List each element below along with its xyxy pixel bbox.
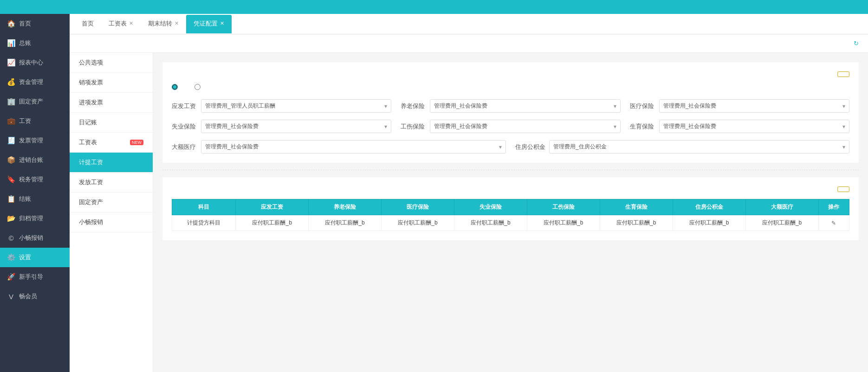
form-item: 应发工资 管理费用_管理人员职工薪酬 ▾ xyxy=(172,99,391,113)
sub-menu-item-salary-table[interactable]: 工资表NEW xyxy=(70,133,153,153)
sidebar-item-tax[interactable]: 🔖税务管理 xyxy=(0,170,70,189)
tab-close-salary-table[interactable]: ✕ xyxy=(129,20,133,26)
chevron-down-icon: ▾ xyxy=(384,103,387,109)
chevron-down-icon: ▾ xyxy=(384,123,387,130)
sidebar-label-invoice: 发票管理 xyxy=(19,136,43,145)
sidebar-item-xiao-report[interactable]: ©小畅报销 xyxy=(0,228,70,248)
debit-section-header xyxy=(172,71,849,77)
sidebar-icon-member: V xyxy=(7,293,15,301)
chevron-down-icon: ▾ xyxy=(614,123,616,130)
sub-menu-label-pay-salary: 发放工资 xyxy=(79,178,103,186)
section-divider xyxy=(162,170,859,170)
sub-menu-item-fixed-assets[interactable]: 固定资产 xyxy=(70,192,153,212)
tab-voucher-config[interactable]: 凭证配置✕ xyxy=(186,15,232,33)
sidebar-item-inventory[interactable]: 📦进销台账 xyxy=(0,150,70,170)
radio-basic[interactable] xyxy=(172,84,181,90)
sub-menu-item-pay-salary[interactable]: 发放工资 xyxy=(70,173,153,192)
sidebar-item-salary[interactable]: 💼工资 xyxy=(0,111,70,131)
form-item: 大额医疗 管理费用_社会保险费 ▾ xyxy=(172,140,506,154)
sidebar-item-invoice[interactable]: 🧾发票管理 xyxy=(0,131,70,150)
table-row: 计提贷方科目应付职工薪酬_b应付职工薪酬_b应付职工薪酬_b应付职工薪酬_b应付… xyxy=(172,215,849,231)
tab-close-voucher-config[interactable]: ✕ xyxy=(220,20,224,26)
sub-menu-label-salary-table: 工资表 xyxy=(79,138,97,147)
form-select-value: 管理费用_住房公积金 xyxy=(553,143,607,151)
sidebar-item-ledger[interactable]: 📊总账 xyxy=(0,33,70,53)
debit-section: 应发工资 管理费用_管理人员职工薪酬 ▾ 养老保险 管理费用_社会保险费 ▾ 医… xyxy=(162,62,859,163)
tab-label-salary-table: 工资表 xyxy=(109,19,127,28)
tab-close-period-close[interactable]: ✕ xyxy=(175,20,179,26)
tab-salary-table[interactable]: 工资表✕ xyxy=(101,15,141,33)
sidebar-icon-assets: 🏢 xyxy=(7,97,15,106)
sidebar-item-assets[interactable]: 🏢固定资产 xyxy=(0,92,70,111)
sidebar-item-close[interactable]: 📋结账 xyxy=(0,189,70,209)
form-select[interactable]: 管理费用_社会保险费 ▾ xyxy=(430,99,620,113)
sub-menu-item-xiao-expense[interactable]: 小畅报销 xyxy=(70,212,153,232)
credit-table: 科目应发工资养老保险医疗保险失业保险工伤保险生育保险住房公积金大额医疗操作 计提… xyxy=(172,199,849,231)
sidebar-item-settings[interactable]: ⚙️设置 xyxy=(0,248,70,267)
form-label: 生育保险 xyxy=(630,122,655,131)
tab-label-home: 首页 xyxy=(82,19,94,28)
form-label: 应发工资 xyxy=(172,102,197,110)
form-select-value: 管理费用_社会保险费 xyxy=(205,143,259,151)
sidebar-item-guide[interactable]: 🚀新手引导 xyxy=(0,267,70,287)
table-header: 工伤保险 xyxy=(527,199,600,215)
credit-section-header xyxy=(172,186,849,192)
form-select[interactable]: 管理费用_住房公积金 ▾ xyxy=(549,140,849,154)
main-content: 应发工资 管理费用_管理人员职工薪酬 ▾ 养老保险 管理费用_社会保险费 ▾ 医… xyxy=(153,53,868,372)
table-header: 操作 xyxy=(818,199,849,215)
sub-menu-item-journal[interactable]: 日记账 xyxy=(70,113,153,133)
credit-section: 科目应发工资养老保险医疗保险失业保险工伤保险生育保险住房公积金大额医疗操作 计提… xyxy=(162,177,859,240)
sub-menu-label-xiao-expense: 小畅报销 xyxy=(79,218,103,226)
form-select-value: 管理费用_管理人员职工薪酬 xyxy=(205,102,275,110)
table-cell: 应付职工薪酬_b xyxy=(673,215,745,231)
sub-menu-label-journal: 日记账 xyxy=(79,118,97,127)
form-label: 医疗保险 xyxy=(630,102,655,110)
sidebar-label-tax: 税务管理 xyxy=(19,175,43,184)
table-cell: 应付职工薪酬_b xyxy=(236,215,309,231)
sidebar-item-funds[interactable]: 💰资金管理 xyxy=(0,72,70,92)
new-badge: NEW xyxy=(130,140,143,145)
sub-menu-item-public[interactable]: 公共选项 xyxy=(70,53,153,73)
sub-menu-item-credit-invoice[interactable]: 销项发票 xyxy=(70,73,153,93)
debit-auto-match-button[interactable] xyxy=(837,71,849,77)
tab-home[interactable]: 首页 xyxy=(74,15,101,33)
form-select-value: 管理费用_社会保险费 xyxy=(663,102,717,110)
sidebar: 🏠首页📊总账📈报表中心💰资金管理🏢固定资产💼工资🧾发票管理📦进销台账🔖税务管理📋… xyxy=(0,14,70,372)
tab-label-period-close: 期末结转 xyxy=(148,19,172,28)
sidebar-item-home[interactable]: 🏠首页 xyxy=(0,14,70,33)
sub-menu-item-calc-salary[interactable]: 计提工资 xyxy=(70,153,153,173)
sidebar-icon-invoice: 🧾 xyxy=(7,136,15,145)
table-header: 大额医疗 xyxy=(745,199,818,215)
table-header: 科目 xyxy=(172,199,236,215)
sidebar-item-archive[interactable]: 📂归档管理 xyxy=(0,209,70,228)
radio-dept[interactable] xyxy=(194,84,203,90)
sub-menu-label-debit-invoice: 进项发票 xyxy=(79,98,103,107)
sidebar-icon-settings: ⚙️ xyxy=(7,253,15,262)
tab-period-close[interactable]: 期末结转✕ xyxy=(141,15,186,33)
edit-icon[interactable]: ✎ xyxy=(831,220,836,226)
sidebar-label-home: 首页 xyxy=(19,19,31,28)
form-select[interactable]: 管理费用_社会保险费 ▾ xyxy=(659,99,849,113)
refresh-button[interactable]: ↻ xyxy=(854,40,859,47)
sidebar-item-reports[interactable]: 📈报表中心 xyxy=(0,53,70,72)
chevron-down-icon: ▾ xyxy=(842,123,845,130)
sub-menu-label-fixed-assets: 固定资产 xyxy=(79,198,103,206)
sub-menu-item-debit-invoice[interactable]: 进项发票 xyxy=(70,93,153,113)
form-label: 失业保险 xyxy=(172,122,197,131)
sidebar-icon-ledger: 📊 xyxy=(7,39,15,47)
debit-form-row3: 大额医疗 管理费用_社会保险费 ▾ 住房公积金 管理费用_住房公积金 ▾ xyxy=(172,140,849,154)
form-select[interactable]: 管理费用_社会保险费 ▾ xyxy=(659,120,849,133)
form-select[interactable]: 管理费用_社会保险费 ▾ xyxy=(201,120,391,133)
credit-auto-match-button[interactable] xyxy=(837,186,849,192)
table-cell-edit[interactable]: ✎ xyxy=(818,215,849,231)
form-select[interactable]: 管理费用_社会保险费 ▾ xyxy=(201,140,506,154)
form-item: 医疗保险 管理费用_社会保险费 ▾ xyxy=(630,99,849,113)
sidebar-icon-home: 🏠 xyxy=(7,19,15,28)
sidebar-item-member[interactable]: V畅会员 xyxy=(0,287,70,306)
form-select[interactable]: 管理费用_社会保险费 ▾ xyxy=(430,120,620,133)
form-select[interactable]: 管理费用_管理人员职工薪酬 ▾ xyxy=(201,99,391,113)
table-header: 住房公积金 xyxy=(673,199,745,215)
sidebar-label-guide: 新手引导 xyxy=(19,273,43,281)
main-area: 首页工资表✕期末结转✕凭证配置✕ ↻ 公共选项销项发票进项发票日记账工资表NEW… xyxy=(70,14,868,372)
form-label: 住房公积金 xyxy=(515,143,545,151)
